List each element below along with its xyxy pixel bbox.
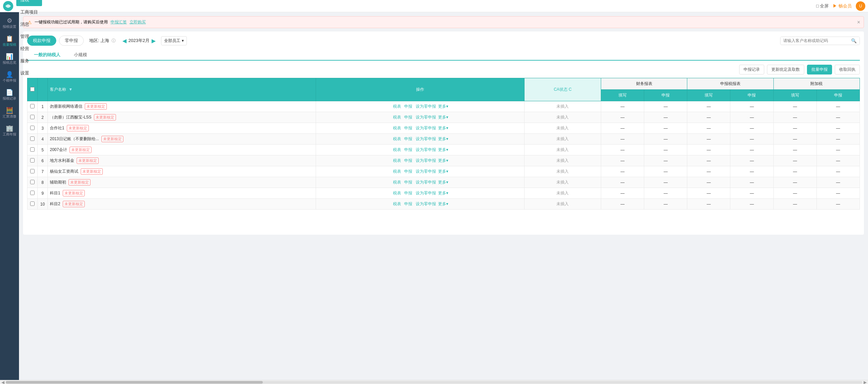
row-checkbox-1[interactable] <box>27 112 38 123</box>
row-op-tax-5[interactable]: 税表 <box>393 158 401 163</box>
content-area: ⚠ 一键报税功能已过试用期，请购买后使用 申报汇签 立即购买 × 税款申报零申报… <box>19 12 868 380</box>
row-op-tax-9[interactable]: 税表 <box>393 201 401 206</box>
search-input[interactable] <box>781 37 848 44</box>
row-op-tax-0[interactable]: 税表 <box>393 104 401 109</box>
sidebar-item-gongshangnianbo[interactable]: 🏢工商年报 <box>1 123 18 139</box>
nav-item-工商项目[interactable]: 工商项目 <box>16 6 42 18</box>
nav-item-管理[interactable]: 管理 <box>16 30 42 43</box>
row-op-tax-6[interactable]: 税表 <box>393 169 401 174</box>
row-checkbox-9[interactable] <box>27 199 38 210</box>
table-row: 6 地方水利基金 未更新核定 税表 申报 设为零申报 更多▾ 未插入 — — —… <box>27 155 860 166</box>
horizontal-scrollbar[interactable]: ◀ ▶ <box>0 380 868 384</box>
row-op-report-7[interactable]: 申报 <box>404 180 412 185</box>
row-op-tax-4[interactable]: 税表 <box>393 147 401 152</box>
row-op-zero-5[interactable]: 设为零申报 <box>416 158 436 163</box>
row-op-tax-3[interactable]: 税表 <box>393 136 401 141</box>
subtab-小规模[interactable]: 小规模 <box>67 50 94 61</box>
row-op-zero-6[interactable]: 设为零申报 <box>416 169 436 174</box>
row-op-report-3[interactable]: 申报 <box>404 136 412 141</box>
sidebar-item-jisuanqingshu[interactable]: 🧮汇算清缴 <box>1 105 18 121</box>
row-op-more-3[interactable]: 更多▾ <box>438 136 448 141</box>
收取回执-button[interactable]: 收取回执 <box>835 65 860 74</box>
sidebar-item-baoshuijilu[interactable]: 📄报税记录 <box>1 87 18 103</box>
row-op-report-4[interactable]: 申报 <box>404 147 412 152</box>
row-op-zero-9[interactable]: 设为零申报 <box>416 201 436 206</box>
row-op-more-0[interactable]: 更多▾ <box>438 104 448 109</box>
sidebar-item-baoshuishezhi[interactable]: ⚙报税设置 <box>1 15 18 31</box>
更新统定-button[interactable]: 更新统定及取数 <box>767 65 804 74</box>
period-prev-button[interactable]: ◀ <box>122 38 126 44</box>
row-op-report-6[interactable]: 申报 <box>404 169 412 174</box>
row-ca-0: 未插入 <box>525 101 601 112</box>
row-op-more-1[interactable]: 更多▾ <box>438 115 448 120</box>
select-all-checkbox[interactable] <box>30 87 35 91</box>
申报汇签-link[interactable]: 申报汇签 <box>111 19 127 25</box>
row-op-zero-1[interactable]: 设为零申报 <box>416 115 436 120</box>
row-op-report-2[interactable]: 申报 <box>404 126 412 130</box>
row-op-zero-7[interactable]: 设为零申报 <box>416 180 436 185</box>
scroll-right-arrow[interactable]: ▶ <box>864 380 867 384</box>
scroll-left-arrow[interactable]: ◀ <box>1 380 4 384</box>
table-row: 3 合作社1 未更新核定 税表 申报 设为零申报 更多▾ 未插入 — — — —… <box>27 123 860 134</box>
立即购买-link[interactable]: 立即购买 <box>130 19 146 25</box>
row-op-zero-4[interactable]: 设为零申报 <box>416 147 436 152</box>
row-op-tax-1[interactable]: 税表 <box>393 115 401 120</box>
批量申报-button[interactable]: 批量申报 <box>807 65 832 74</box>
app-logo[interactable] <box>3 1 14 12</box>
row-num-2: 3 <box>38 123 48 134</box>
row-checkbox-8[interactable] <box>27 188 38 199</box>
row-op-more-2[interactable]: 更多▾ <box>438 126 448 130</box>
row-op-more-7[interactable]: 更多▾ <box>438 180 448 185</box>
row-op-more-9[interactable]: 更多▾ <box>438 201 448 206</box>
nav-item-服务[interactable]: 服务 <box>16 55 42 67</box>
row-op-more-4[interactable]: 更多▾ <box>438 147 448 152</box>
row-op-zero-8[interactable]: 设为零申报 <box>416 191 436 195</box>
scroll-thumb[interactable] <box>6 381 263 384</box>
nav-item-消息[interactable]: 消息 <box>16 18 42 30</box>
row-op-report-0[interactable]: 申报 <box>404 104 412 109</box>
region-info-icon[interactable]: ⓘ <box>112 38 116 43</box>
row-op-tax-7[interactable]: 税表 <box>393 180 401 185</box>
row-ops-2: 税表 申报 设为零申报 更多▾ <box>316 123 524 134</box>
notif-close-button[interactable]: × <box>857 19 860 25</box>
row-checkbox-3[interactable] <box>27 134 38 145</box>
row-op-zero-3[interactable]: 设为零申报 <box>416 136 436 141</box>
row-checkbox-5[interactable] <box>27 155 38 166</box>
tab-零申报[interactable]: 零申报 <box>59 36 84 46</box>
ca-action-icon[interactable]: C <box>569 87 572 92</box>
row-op-report-1[interactable]: 申报 <box>404 115 412 120</box>
row-op-report-5[interactable]: 申报 <box>404 158 412 163</box>
staff-select-dropdown[interactable]: 全部员工 ▾ <box>161 36 187 45</box>
row-checkbox-7[interactable] <box>27 177 38 188</box>
row-op-report-8[interactable]: 申报 <box>404 191 412 195</box>
vip-button[interactable]: ▶ 畅会员 <box>833 3 852 9</box>
sidebar-item-gerenzhongbao[interactable]: 👤个税申报 <box>1 69 18 85</box>
row-op-zero-0[interactable]: 设为零申报 <box>416 104 436 109</box>
fullscreen-button[interactable]: □ 全屏 <box>816 3 829 9</box>
nav-item-经营[interactable]: 经营 <box>16 43 42 55</box>
sidebar-item-piliangshuiwu[interactable]: 📋批量报税 <box>1 33 18 49</box>
sidebar-icon-baoshuijilu: 📄 <box>6 89 13 95</box>
row-cw-fill-7: — <box>601 177 644 188</box>
sidebar-item-baoshuizonglan[interactable]: 📊报税总览 <box>1 51 18 67</box>
row-op-more-6[interactable]: 更多▾ <box>438 169 448 174</box>
user-avatar[interactable]: U <box>856 1 865 11</box>
row-tag-6: 未更新核定 <box>81 168 103 175</box>
申报记录-button[interactable]: 申报记录 <box>739 65 764 74</box>
nav-item-报税[interactable]: 报税 <box>16 0 42 6</box>
row-checkbox-2[interactable] <box>27 123 38 134</box>
sort-icon[interactable]: ▼ <box>68 87 73 92</box>
period-next-button[interactable]: ▶ <box>152 38 156 44</box>
search-button[interactable]: 🔍 <box>848 37 860 45</box>
row-checkbox-4[interactable] <box>27 145 38 155</box>
row-op-more-5[interactable]: 更多▾ <box>438 158 448 163</box>
row-op-more-8[interactable]: 更多▾ <box>438 191 448 195</box>
nav-item-设置[interactable]: 设置 <box>16 67 42 79</box>
row-op-zero-2[interactable]: 设为零申报 <box>416 126 436 130</box>
row-op-tax-2[interactable]: 税表 <box>393 126 401 130</box>
row-checkbox-0[interactable] <box>27 101 38 112</box>
sidebar-icon-gerenzhongbao: 👤 <box>6 71 13 78</box>
row-checkbox-6[interactable] <box>27 166 38 177</box>
row-op-report-9[interactable]: 申报 <box>404 201 412 206</box>
row-op-tax-8[interactable]: 税表 <box>393 191 401 195</box>
